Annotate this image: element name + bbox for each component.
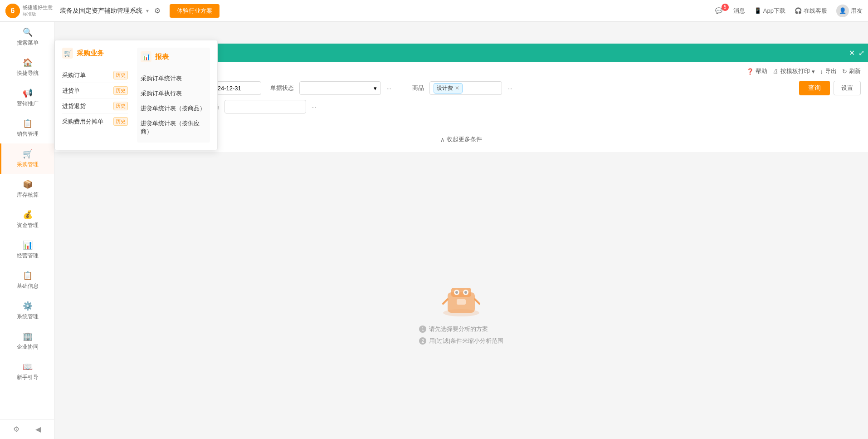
purchase-col-title: 🛒 采购业务: [62, 48, 128, 62]
dropdown-item-purchase-order[interactable]: 采购订单 历史: [62, 68, 128, 83]
logo-area: 6 畅捷通好生意 标准版: [5, 4, 60, 18]
purchase-order-exec-label: 采购订单执行表: [141, 89, 182, 98]
headset-icon: 🎧: [795, 7, 802, 14]
help-action[interactable]: ❓ 帮助: [746, 67, 767, 75]
goods-in-history-badge: 历史: [113, 86, 128, 95]
dropdown-item-purchase-order-stats[interactable]: 采购订单统计表: [141, 71, 206, 86]
sidebar-item-quicknav[interactable]: 🏠 快捷导航: [0, 52, 54, 83]
user-item[interactable]: 👤 用友: [836, 5, 863, 17]
sidebar-item-basic[interactable]: 📋 基础信息: [0, 265, 54, 296]
goods-in-label: 进货单: [62, 87, 80, 95]
finance-icon: 💰: [23, 210, 33, 220]
purchase-order-history-badge: 历史: [113, 71, 128, 79]
collapse-label: 收起更多条件: [447, 135, 482, 143]
print-action[interactable]: 🖨 按模板打印 ▾: [773, 67, 815, 75]
online-service-label: 在线客服: [804, 7, 827, 15]
goods-tag: 设计费 ✕: [434, 83, 463, 94]
header-right: 💬 5 消息 📱 App下载 🎧 在线客服 👤 用友: [715, 5, 863, 17]
sidebar-item-inventory[interactable]: 📦 库存核算: [0, 174, 54, 204]
sidebar-item-finance[interactable]: 💰 资金管理: [0, 204, 54, 235]
sidebar-item-search[interactable]: 🔍 搜索菜单: [0, 22, 54, 52]
purchase-dropdown-menu: 🛒 采购业务 采购订单 历史 进货单 历史 进货退货 历史 采购费用分摊单 历史…: [54, 40, 218, 150]
export-action[interactable]: ↓ 导出: [820, 67, 837, 75]
logo-text: 畅捷通好生意 标准版: [23, 4, 53, 17]
sidebar-label-marketing: 营销推广: [17, 100, 39, 108]
purchase-col-label: 采购业务: [77, 49, 104, 58]
svg-text:6: 6: [11, 7, 15, 15]
sidebar-item-purchase[interactable]: 🛒 采购管理: [0, 143, 54, 174]
search-icon: 🔍: [23, 27, 33, 37]
system-settings-icon[interactable]: ⚙: [154, 6, 161, 15]
sidebar-item-marketing[interactable]: 📢 营销推广: [0, 83, 54, 113]
salesman-select[interactable]: [224, 100, 306, 113]
sidebar-label-quicknav: 快捷导航: [17, 69, 39, 77]
app-download-label: App下载: [763, 7, 785, 15]
tip-text-1: 请先选择要分析的方案: [429, 323, 488, 335]
inventory-icon: 📦: [23, 179, 33, 189]
goods-label: 商品: [397, 84, 424, 92]
tab-expand-icon[interactable]: ⤢: [858, 49, 864, 57]
print-icon: 🖨: [773, 68, 779, 75]
tab-bar-end: ✕ ⤢: [849, 49, 864, 57]
sidebar-label-sales: 销售管理: [17, 130, 39, 138]
tip-num-1: 1: [419, 326, 426, 333]
collapse-up-icon: ∧: [440, 136, 445, 143]
sidebar-label-purchase: 采购管理: [17, 161, 39, 168]
tab-window-close-icon[interactable]: ✕: [849, 49, 855, 57]
status-select[interactable]: ▾: [299, 81, 381, 95]
goods-tag-close[interactable]: ✕: [455, 85, 459, 91]
empty-tip-2: 2 用[过滤]条件来缩小分析范围: [419, 335, 503, 347]
goods-stats-by-goods-label: 进货单统计表（按商品）: [141, 104, 205, 113]
sidebar-item-guide[interactable]: 📖 新手引导: [0, 356, 54, 387]
purchase-order-stats-label: 采购订单统计表: [141, 74, 182, 83]
sidebar-label-basic: 基础信息: [17, 282, 39, 290]
sidebar-item-system[interactable]: ⚙️ 系统管理: [0, 296, 54, 326]
dropdown-item-goods-stats-by-goods[interactable]: 进货单统计表（按商品）: [141, 101, 206, 116]
settings-button[interactable]: 设置: [834, 81, 861, 95]
industry-btn[interactable]: 体验行业方案: [170, 4, 219, 18]
dropdown-item-goods-in[interactable]: 进货单 历史: [62, 83, 128, 99]
refresh-action[interactable]: ↻ 刷新: [842, 67, 861, 75]
goods-more[interactable]: ···: [507, 85, 512, 92]
settings-bottom-icon[interactable]: ⚙: [13, 425, 20, 434]
online-service-item[interactable]: 🎧 在线客服: [795, 7, 827, 15]
help-label: 帮助: [756, 67, 767, 75]
collapse-sidebar-icon[interactable]: ◀: [35, 425, 41, 434]
report-col-title: 📊 报表: [141, 51, 206, 66]
user-label: 用友: [851, 7, 863, 15]
dropdown-item-purchase-expense[interactable]: 采购费用分摊单 历史: [62, 114, 128, 129]
enterprise-icon: 🏢: [23, 331, 33, 341]
goods-select[interactable]: 设计费 ✕: [429, 81, 502, 95]
sidebar-label-search: 搜索菜单: [17, 39, 39, 47]
purchase-col-icon: 🛒: [62, 48, 73, 59]
goods-return-history-badge: 历史: [113, 102, 128, 110]
sidebar-label-system: 系统管理: [17, 313, 39, 321]
refresh-label: 刷新: [849, 67, 861, 75]
tip-num-2: 2: [419, 337, 426, 345]
dropdown-arrow-icon[interactable]: ▾: [146, 8, 149, 14]
app-download-item[interactable]: 📱 App下载: [754, 7, 785, 15]
svg-line-11: [475, 299, 479, 304]
system-icon: ⚙️: [23, 301, 33, 311]
query-button[interactable]: 查询: [799, 81, 830, 95]
svg-point-8: [464, 291, 467, 294]
dropdown-item-purchase-order-exec[interactable]: 采购订单执行表: [141, 86, 206, 101]
help-icon: ❓: [746, 68, 754, 75]
sidebar-item-operation[interactable]: 📊 经营管理: [0, 235, 54, 265]
dropdown-item-goods-return[interactable]: 进货退货 历史: [62, 99, 128, 114]
message-item[interactable]: 💬 5 消息: [715, 7, 745, 15]
logo-icon: 6: [5, 4, 20, 18]
sidebar: 🔍 搜索菜单 🏠 快捷导航 📢 营销推广 📋 销售管理 🛒 采购管理 📦 库存核…: [0, 22, 54, 439]
guide-icon: 📖: [23, 362, 33, 372]
sidebar-item-enterprise[interactable]: 🏢 企业协同: [0, 326, 54, 356]
salesman-more[interactable]: ···: [312, 104, 317, 110]
status-more[interactable]: ···: [386, 85, 391, 92]
sidebar-item-sales[interactable]: 📋 销售管理: [0, 113, 54, 143]
message-label: 消息: [733, 7, 745, 15]
phone-icon: 📱: [754, 7, 761, 14]
report-col-icon: 📊: [141, 51, 151, 62]
status-label: 单据状态: [267, 84, 294, 92]
empty-tip-1: 1 请先选择要分析的方案: [419, 323, 503, 335]
print-dropdown-icon: ▾: [812, 68, 815, 75]
dropdown-item-goods-stats-by-supplier[interactable]: 进货单统计表（按供应商）: [141, 116, 206, 139]
